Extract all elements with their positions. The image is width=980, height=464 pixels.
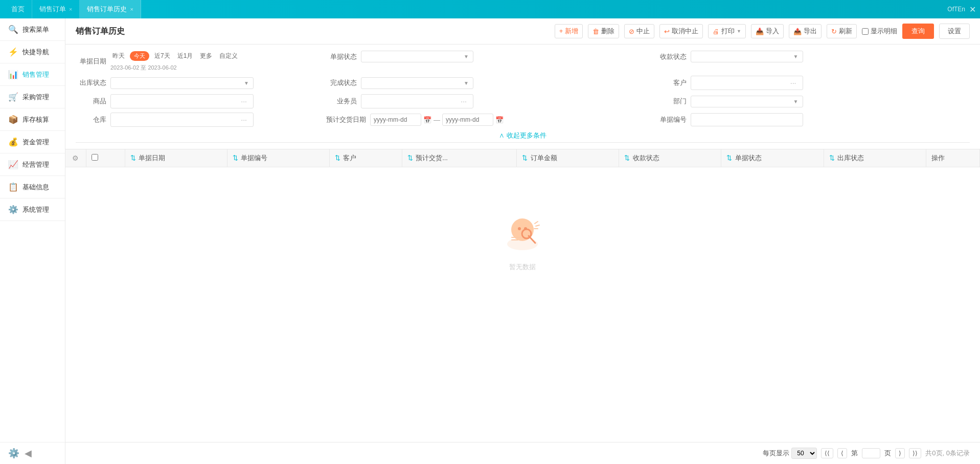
delete-icon: 🗑 bbox=[592, 28, 599, 35]
col-warehouse-status[interactable]: ⇅ 出库状态 bbox=[824, 149, 926, 167]
export-button[interactable]: 📤 导出 bbox=[789, 24, 822, 38]
customer-label: 客户 bbox=[656, 78, 687, 87]
query-button[interactable]: 查询 bbox=[902, 24, 934, 39]
toolbar: + 新增 🗑 删除 ⊘ 中止 ↩ 取消中止 🖨 打印 ▼ bbox=[555, 24, 970, 39]
display-detail-toggle[interactable]: 显示明细 bbox=[862, 27, 897, 36]
col-date[interactable]: ⇅ 单据日期 bbox=[125, 149, 227, 167]
collapse-label: ∧ 收起更多条件 bbox=[499, 131, 546, 139]
page-size-dropdown[interactable]: 50 100 200 bbox=[791, 448, 817, 459]
col-order-no[interactable]: ⇅ 单据编号 bbox=[227, 149, 329, 167]
sidebar-item-system[interactable]: ⚙️ 系统管理 bbox=[0, 198, 65, 221]
salesperson-label: 业务员 bbox=[326, 97, 357, 106]
filter-payment-status: 收款状态 ▼ bbox=[656, 51, 970, 62]
complete-status-arrow-icon: ▼ bbox=[464, 80, 469, 86]
date-option-custom[interactable]: 自定义 bbox=[217, 51, 240, 61]
often-label[interactable]: OfTEn bbox=[947, 6, 965, 13]
col-payment-status[interactable]: ⇅ 收款状态 bbox=[619, 149, 721, 167]
next-page-button[interactable]: ⟩ bbox=[895, 448, 905, 458]
page-title: 销售订单历史 bbox=[76, 26, 125, 37]
sidebar-item-search-menu[interactable]: 🔍 搜索菜单 bbox=[0, 18, 65, 41]
col-amount[interactable]: ⇅ 订单金额 bbox=[517, 149, 619, 167]
col-warehouse-status-label: 出库状态 bbox=[837, 154, 864, 162]
tab-sales-order-close[interactable]: × bbox=[69, 6, 72, 12]
stop-button[interactable]: ⊘ 中止 bbox=[624, 24, 654, 38]
delivery-date-from[interactable] bbox=[370, 114, 421, 126]
window-close-icon[interactable]: ✕ bbox=[969, 5, 976, 14]
col-customer[interactable]: ⇅ 客户 bbox=[329, 149, 402, 167]
delivery-date-from-cal-icon[interactable]: 📅 bbox=[423, 116, 431, 124]
date-option-yesterday[interactable]: 昨天 bbox=[110, 51, 127, 61]
sidebar-item-basic-info[interactable]: 📋 基础信息 bbox=[0, 176, 65, 198]
collapse-bar[interactable]: ∧ 收起更多条件 bbox=[76, 129, 970, 143]
product-dots-icon[interactable]: ··· bbox=[239, 97, 249, 105]
sidebar-basic-info-label: 基础信息 bbox=[22, 183, 49, 192]
payment-status-sort-icon: ⇅ bbox=[624, 154, 630, 162]
data-table: ⚙ ⇅ 单据日期 ⇅ 单据编号 bbox=[65, 149, 980, 313]
last-page-button[interactable]: ⟩⟩ bbox=[909, 448, 921, 458]
tab-sales-order-history-close[interactable]: × bbox=[130, 6, 133, 12]
date-option-7days[interactable]: 近7天 bbox=[152, 51, 172, 61]
refresh-button[interactable]: ↻ 刷新 bbox=[827, 24, 857, 38]
first-page-button[interactable]: ⟨⟨ bbox=[821, 448, 833, 458]
col-order-status[interactable]: ⇅ 单据状态 bbox=[721, 149, 824, 167]
collapse-sidebar-icon[interactable]: ◀ bbox=[25, 448, 32, 459]
print-dropdown-icon[interactable]: ▼ bbox=[737, 29, 741, 34]
tab-sales-order[interactable]: 销售订单 × bbox=[32, 0, 80, 18]
top-right-area: OfTEn ✕ bbox=[947, 5, 976, 14]
customer-dots-icon[interactable]: ··· bbox=[788, 79, 799, 87]
page-number-input[interactable]: 1 bbox=[862, 448, 880, 458]
table-header-row: ⚙ ⇅ 单据日期 ⇅ 单据编号 bbox=[65, 149, 980, 167]
display-detail-checkbox[interactable] bbox=[862, 28, 869, 35]
delivery-date-to[interactable] bbox=[442, 114, 493, 126]
svg-rect-6 bbox=[511, 237, 521, 238]
tab-sales-order-history[interactable]: 销售订单历史 × bbox=[80, 0, 141, 18]
delivery-date-to-cal-icon[interactable]: 📅 bbox=[495, 116, 504, 124]
top-bar: 首页 销售订单 × 销售订单历史 × OfTEn ✕ bbox=[0, 0, 980, 18]
print-button[interactable]: 🖨 打印 ▼ bbox=[708, 24, 746, 38]
complete-status-select[interactable]: ▼ bbox=[361, 77, 473, 89]
gear-icon[interactable]: ⚙ bbox=[72, 154, 79, 162]
filter-delivery-date: 预计交货日期 📅 — 📅 bbox=[326, 114, 641, 126]
settings-bottom-icon[interactable]: ⚙️ bbox=[8, 448, 19, 459]
sidebar-item-purchase-mgmt[interactable]: 🛒 采购管理 bbox=[0, 86, 65, 108]
delete-button[interactable]: 🗑 删除 bbox=[588, 24, 619, 38]
date-option-more[interactable]: 更多 bbox=[198, 51, 214, 61]
delivery-date-label: 预计交货日期 bbox=[326, 115, 366, 124]
import-button[interactable]: 📥 导入 bbox=[751, 24, 784, 38]
filter-warehouse-status: 出库状态 ▼ bbox=[76, 77, 311, 89]
prev-page-button[interactable]: ⟨ bbox=[837, 448, 847, 458]
payment-status-select[interactable]: ▼ bbox=[691, 51, 803, 62]
cancel-stop-button[interactable]: ↩ 取消中止 bbox=[659, 24, 703, 38]
sidebar-item-inventory[interactable]: 📦 库存核算 bbox=[0, 108, 65, 131]
sidebar-sales-mgmt-label: 销售管理 bbox=[22, 70, 49, 79]
col-gear[interactable]: ⚙ bbox=[65, 149, 86, 167]
order-number-input[interactable] bbox=[691, 113, 803, 126]
sidebar-item-finance[interactable]: 💰 资金管理 bbox=[0, 131, 65, 153]
filter-date: 单据日期 昨天 今天 近7天 近1月 更多 自定义 2023-06-02 至 2… bbox=[76, 51, 311, 72]
col-amount-label: 订单金额 bbox=[531, 154, 557, 162]
tab-home[interactable]: 首页 bbox=[4, 0, 32, 18]
warehouse-dots-icon[interactable]: ··· bbox=[239, 116, 249, 124]
sidebar-item-quick-nav[interactable]: ⚡ 快捷导航 bbox=[0, 41, 65, 63]
cancel-stop-button-label: 取消中止 bbox=[672, 27, 698, 36]
order-status-select[interactable]: ▼ bbox=[361, 51, 473, 62]
sidebar-item-operations[interactable]: 📈 经营管理 bbox=[0, 153, 65, 176]
new-button[interactable]: + 新增 bbox=[555, 24, 583, 38]
date-option-today[interactable]: 今天 bbox=[130, 51, 149, 61]
sidebar-finance-label: 资金管理 bbox=[22, 138, 49, 147]
delivery-sort-icon: ⇅ bbox=[407, 154, 413, 162]
filter-row-3: 商品 ··· 业务员 ··· 部门 bbox=[76, 94, 970, 108]
department-control: ▼ bbox=[691, 96, 970, 107]
select-all-checkbox[interactable] bbox=[92, 154, 98, 161]
set-button[interactable]: 设置 bbox=[939, 24, 970, 39]
warehouse-status-select[interactable]: ▼ bbox=[110, 77, 254, 89]
date-label: 单据日期 bbox=[76, 57, 106, 66]
warehouse-status-control: ▼ bbox=[110, 77, 311, 89]
salesperson-dots-icon[interactable]: ··· bbox=[459, 97, 469, 105]
sidebar-item-sales-mgmt[interactable]: 📊 销售管理 bbox=[0, 63, 65, 86]
department-select[interactable]: ▼ bbox=[691, 96, 803, 107]
quick-nav-icon: ⚡ bbox=[8, 47, 18, 57]
date-option-1month[interactable]: 近1月 bbox=[175, 51, 195, 61]
purchase-mgmt-icon: 🛒 bbox=[8, 92, 18, 102]
col-delivery-date[interactable]: ⇅ 预计交货... bbox=[402, 149, 516, 167]
